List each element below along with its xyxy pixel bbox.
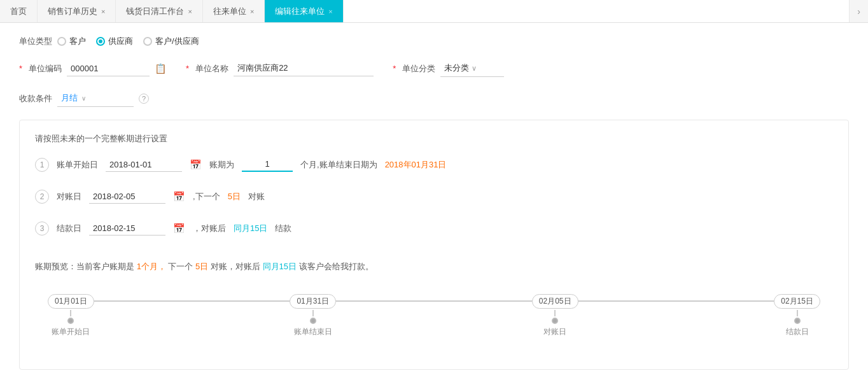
step-1-end-date: 2018年01月31日 bbox=[385, 159, 447, 171]
preview-reconcile-suffix: 对账，对账后 bbox=[211, 262, 260, 271]
unit-code-label: 单位编码 bbox=[29, 63, 62, 74]
unit-code-icon[interactable]: 📋 bbox=[155, 63, 167, 74]
radio-customer[interactable]: 客户 bbox=[57, 36, 86, 47]
unit-code-star: * bbox=[19, 64, 22, 73]
preview-reconcile-prefix: 下一个 bbox=[168, 262, 193, 271]
main-content: 单位类型 客户 供应商 客户/供应商 * 单位编码 bbox=[0, 23, 868, 387]
step-2-row: 2 对账日 📅 ,下一个 5日 对账 bbox=[35, 190, 833, 204]
tab-edit-partner-label: 编辑往来单位 bbox=[275, 6, 325, 17]
step-1-date-input[interactable] bbox=[106, 158, 182, 172]
tab-cashflow-close[interactable]: × bbox=[188, 8, 192, 15]
timeline-points: 01月01日 账单开始日 01月31日 账单结束日 02月05日 bbox=[48, 294, 820, 337]
step-3-calendar-icon[interactable]: 📅 bbox=[173, 223, 185, 234]
timeline-point-3: 02月05日 对账日 bbox=[532, 294, 578, 337]
timeline-label-3: 对账日 bbox=[543, 327, 566, 337]
tab-sales-history-label: 销售订单历史 bbox=[48, 6, 97, 17]
payment-term-arrow: ∨ bbox=[81, 95, 86, 102]
step-1-label: 账单开始日 bbox=[57, 159, 98, 171]
preview-payment-highlight: 同月15日 bbox=[263, 262, 297, 271]
step-1-period-input[interactable] bbox=[242, 157, 293, 172]
timeline-badge-4: 02月15日 bbox=[774, 294, 820, 309]
settings-title: 请按照未来的一个完整帐期进行设置 bbox=[35, 133, 833, 144]
step-1-row: 1 账单开始日 📅 账期为 个月,账单结束日期为 2018年01月31日 bbox=[35, 157, 833, 172]
step-1-num: 1 bbox=[35, 158, 49, 172]
tab-edit-partner[interactable]: 编辑往来单位 × bbox=[265, 0, 343, 22]
tab-partners-close[interactable]: × bbox=[250, 8, 254, 15]
timeline-connector-4 bbox=[797, 310, 798, 316]
unit-category-value: 未分类 bbox=[444, 62, 469, 74]
timeline-badge-2: 01月31日 bbox=[290, 294, 336, 309]
radio-customer-circle bbox=[57, 37, 66, 46]
unit-name-star: * bbox=[186, 64, 189, 73]
step-3-desc-suffix: 结款 bbox=[275, 223, 291, 234]
step-3-num: 3 bbox=[35, 222, 49, 236]
tab-bar: 首页 销售订单历史 × 钱货日清工作台 × 往来单位 × 编辑往来单位 × › bbox=[0, 0, 868, 23]
tab-cashflow-label: 钱货日清工作台 bbox=[126, 6, 184, 17]
step-2-num: 2 bbox=[35, 190, 49, 204]
radio-customer-label: 客户 bbox=[69, 36, 86, 47]
payment-term-row: 收款条件 月结 ∨ ? bbox=[19, 90, 849, 107]
preview-period: 1个月， bbox=[137, 262, 166, 271]
timeline-badge-3: 02月05日 bbox=[532, 294, 578, 309]
step-2-date-input[interactable] bbox=[89, 190, 165, 204]
unit-category-field: * 单位分类 未分类 ∨ bbox=[393, 60, 504, 77]
timeline-badge-1: 01月01日 bbox=[48, 294, 94, 309]
unit-code-field: * 单位编码 📋 bbox=[19, 61, 167, 76]
timeline-point-4: 02月15日 结款日 bbox=[774, 294, 820, 337]
unit-type-label: 单位类型 bbox=[19, 36, 52, 47]
radio-supplier[interactable]: 供应商 bbox=[96, 36, 133, 47]
step-3-date-input[interactable] bbox=[89, 222, 165, 236]
help-icon[interactable]: ? bbox=[139, 94, 149, 104]
preview-text: 账期预览：当前客户账期是 1个月， 下一个 5日 对账，对账后 同月15日 该客… bbox=[35, 261, 833, 272]
step-3-highlight: 同月15日 bbox=[234, 223, 267, 234]
preview-section: 账期预览：当前客户账期是 1个月， 下一个 5日 对账，对账后 同月15日 该客… bbox=[35, 253, 833, 356]
tab-home[interactable]: 首页 bbox=[0, 0, 38, 22]
step-3-desc-prefix: ，对账后 bbox=[193, 223, 226, 234]
unit-category-select[interactable]: 未分类 ∨ bbox=[440, 60, 504, 77]
tab-home-label: 首页 bbox=[10, 6, 27, 17]
tab-sales-history[interactable]: 销售订单历史 × bbox=[38, 0, 116, 22]
step-1-suffix: 个月,账单结束日期为 bbox=[300, 159, 377, 171]
timeline-container: 01月01日 账单开始日 01月31日 账单结束日 02月05日 bbox=[35, 288, 833, 356]
timeline-point-1: 01月01日 账单开始日 bbox=[48, 294, 94, 337]
timeline-dot-2 bbox=[310, 318, 316, 324]
unit-code-input[interactable] bbox=[67, 61, 150, 76]
step-2-desc-suffix: 对账 bbox=[248, 191, 265, 202]
unit-category-star: * bbox=[393, 64, 396, 73]
step-1-period-label: 账期为 bbox=[209, 159, 234, 171]
step-2-calendar-icon[interactable]: 📅 bbox=[173, 191, 185, 202]
tab-scroll-arrow[interactable]: › bbox=[849, 0, 868, 22]
unit-category-label: 单位分类 bbox=[402, 63, 435, 74]
step-3-row: 3 结款日 📅 ，对账后 同月15日 结款 bbox=[35, 222, 833, 236]
radio-group-unit-type: 客户 供应商 客户/供应商 bbox=[57, 36, 199, 47]
tab-sales-history-close[interactable]: × bbox=[101, 8, 105, 15]
unit-info-row: * 单位编码 📋 * 单位名称 * 单位分类 未分类 ∨ bbox=[19, 60, 849, 77]
radio-both-label: 客户/供应商 bbox=[155, 36, 199, 47]
tab-edit-partner-close[interactable]: × bbox=[328, 8, 332, 15]
tab-cashflow[interactable]: 钱货日清工作台 × bbox=[116, 0, 202, 22]
timeline-label-4: 结款日 bbox=[786, 327, 809, 337]
timeline-label-1: 账单开始日 bbox=[52, 327, 90, 337]
tab-partners[interactable]: 往来单位 × bbox=[203, 0, 265, 22]
payment-term-select[interactable]: 月结 ∨ bbox=[57, 90, 134, 107]
payment-term-label: 收款条件 bbox=[19, 93, 52, 104]
unit-name-input[interactable] bbox=[234, 61, 374, 76]
step-1-calendar-icon[interactable]: 📅 bbox=[190, 159, 202, 171]
radio-both-circle bbox=[143, 37, 152, 46]
unit-type-row: 单位类型 客户 供应商 客户/供应商 bbox=[19, 36, 849, 47]
radio-both[interactable]: 客户/供应商 bbox=[143, 36, 199, 47]
step-2-label: 对账日 bbox=[57, 191, 81, 202]
tab-partners-label: 往来单位 bbox=[213, 6, 246, 17]
radio-supplier-label: 供应商 bbox=[108, 36, 133, 47]
step-3-label: 结款日 bbox=[57, 223, 81, 234]
preview-reconcile-highlight: 5日 bbox=[195, 262, 208, 271]
unit-name-field: * 单位名称 bbox=[186, 61, 374, 76]
step-2-desc-prefix: ,下一个 bbox=[193, 191, 220, 202]
payment-term-value: 月结 bbox=[61, 92, 78, 104]
unit-category-arrow: ∨ bbox=[472, 64, 477, 73]
timeline-dot-3 bbox=[552, 318, 558, 324]
unit-type-field: 单位类型 客户 供应商 客户/供应商 bbox=[19, 36, 199, 47]
settings-box: 请按照未来的一个完整帐期进行设置 1 账单开始日 📅 账期为 个月,账单结束日期… bbox=[19, 120, 849, 370]
preview-payment-suffix: 该客户会给我打款。 bbox=[299, 262, 374, 271]
timeline-connector-2 bbox=[312, 310, 314, 316]
